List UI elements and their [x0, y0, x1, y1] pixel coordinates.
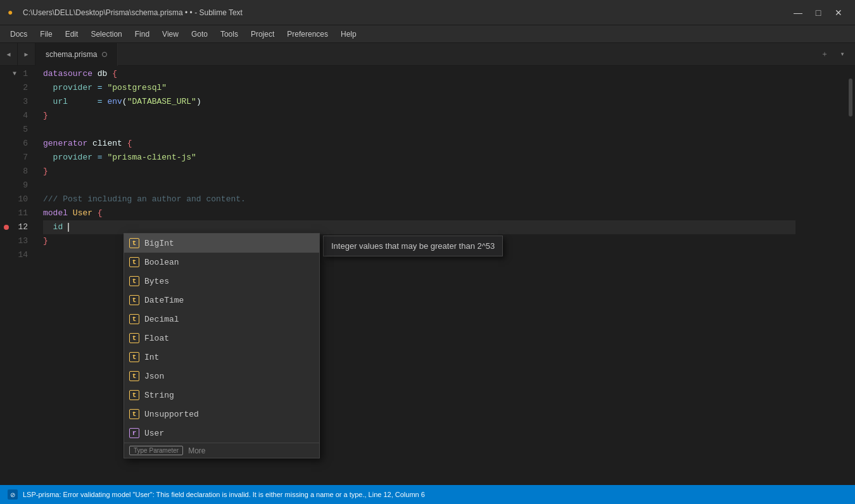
ac-label-datetime: DateTime: [144, 296, 184, 305]
line-num-8: 8: [0, 165, 38, 179]
ac-label-string: String: [144, 391, 174, 400]
ac-icon-unsupported: t: [129, 409, 139, 419]
ac-icon-bigint: t: [129, 238, 139, 248]
menu-help[interactable]: Help: [336, 28, 362, 40]
ac-icon-datetime: t: [129, 295, 139, 305]
line-num-13: 13: [0, 234, 38, 248]
autocomplete-footer: Type Parameter More: [124, 443, 319, 458]
line-num-11: 11: [0, 206, 38, 220]
menu-selection[interactable]: Selection: [86, 28, 127, 40]
ac-item-int[interactable]: t Int: [124, 348, 319, 367]
line-num-10: 10: [0, 192, 38, 206]
ac-icon-bytes: t: [129, 276, 139, 286]
line-num-6: 6: [0, 137, 38, 151]
line-num-4: 4: [0, 109, 38, 123]
window-controls: — □ ✕: [789, 4, 847, 22]
code-line-7: provider = "prisma-client-js": [43, 151, 795, 165]
code-line-4: }: [43, 109, 795, 123]
ac-item-decimal[interactable]: t Decimal: [124, 310, 319, 329]
line-num-3: 3: [0, 95, 38, 109]
ac-label-boolean: Boolean: [144, 258, 179, 267]
ac-icon-string: t: [129, 390, 139, 400]
ac-label-user: User: [144, 429, 164, 438]
status-text: LSP-prisma: Error validating model "User…: [23, 491, 425, 498]
error-indicator: [4, 225, 9, 230]
minimap: [795, 66, 846, 485]
code-line-6: generator client {: [43, 137, 795, 151]
maximize-button[interactable]: □: [809, 4, 827, 22]
line-num-5: 5: [0, 123, 38, 137]
menu-view[interactable]: View: [157, 28, 184, 40]
ac-item-string[interactable]: t String: [124, 386, 319, 405]
ac-label-unsupported: Unsupported: [144, 410, 199, 419]
line-num-1: ▼ 1: [0, 67, 38, 81]
scrollbar-thumb[interactable]: [849, 79, 852, 117]
tab-label: schema.prisma: [46, 50, 97, 59]
tooltip: Integer values that may be greater than …: [323, 236, 503, 256]
ac-item-bytes[interactable]: t Bytes: [124, 272, 319, 291]
code-line-1: datasource db {: [43, 67, 795, 81]
menu-project[interactable]: Project: [246, 28, 279, 40]
code-line-9: [43, 179, 795, 192]
menu-file[interactable]: File: [35, 28, 57, 40]
menu-bar: Docs File Edit Selection Find View Goto …: [0, 25, 855, 43]
ac-label-bigint: BigInt: [144, 239, 174, 248]
menu-goto[interactable]: Goto: [186, 28, 213, 40]
status-icon: ⊘: [8, 489, 18, 500]
ac-item-datetime[interactable]: t DateTime: [124, 291, 319, 310]
tab-modified-indicator: [102, 52, 107, 57]
new-tab-button[interactable]: ＋: [817, 47, 832, 62]
tab-bar-right: ＋ ▾: [817, 47, 855, 62]
ac-item-user[interactable]: r User: [124, 424, 319, 443]
ac-item-float[interactable]: t Float: [124, 329, 319, 348]
ac-label-decimal: Decimal: [144, 315, 179, 324]
status-bar: ⊘ LSP-prisma: Error validating model "Us…: [0, 485, 855, 504]
app-icon: ●: [8, 8, 18, 18]
text-cursor: [68, 223, 69, 232]
editor-area: ▼ 1 2 3 4 5 6 7 8 9 10 11 12 13 14 datas…: [0, 66, 855, 485]
menu-preferences[interactable]: Preferences: [282, 28, 333, 40]
close-button[interactable]: ✕: [830, 4, 847, 22]
code-line-11: model User {: [43, 206, 795, 220]
menu-tools[interactable]: Tools: [215, 28, 243, 40]
line-num-9: 9: [0, 179, 38, 192]
ac-more-link[interactable]: More: [188, 446, 205, 455]
ac-label-float: Float: [144, 334, 169, 343]
tab-prev-button[interactable]: ◀: [0, 43, 18, 66]
line-num-7: 7: [0, 151, 38, 165]
code-line-12: id: [43, 220, 795, 234]
line-numbers: ▼ 1 2 3 4 5 6 7 8 9 10 11 12 13 14: [0, 66, 38, 485]
tab-bar: ◀ ▶ schema.prisma ＋ ▾: [0, 43, 855, 66]
menu-find[interactable]: Find: [130, 28, 155, 40]
fold-arrow-1[interactable]: ▼: [13, 67, 16, 81]
line-num-14: 14: [0, 248, 38, 262]
code-line-10: /// Post including an author and content…: [43, 192, 795, 206]
menu-edit[interactable]: Edit: [60, 28, 84, 40]
window-title: C:\Users\DELL\Desktop\Prisma\schema.pris…: [23, 8, 243, 17]
line-num-12: 12: [0, 220, 38, 234]
ac-icon-decimal: t: [129, 314, 139, 324]
ac-icon-int: t: [129, 352, 139, 362]
ac-label-int: Int: [144, 353, 159, 362]
ac-type-badge: Type Parameter: [129, 446, 183, 455]
ac-item-unsupported[interactable]: t Unsupported: [124, 405, 319, 424]
tab-next-button[interactable]: ▶: [18, 43, 35, 66]
vertical-scrollbar[interactable]: [846, 66, 855, 485]
tab-schema-prisma[interactable]: schema.prisma: [35, 43, 118, 66]
ac-icon-float: t: [129, 333, 139, 343]
tooltip-text: Integer values that may be greater than …: [331, 241, 495, 251]
menu-docs[interactable]: Docs: [5, 28, 32, 40]
ac-icon-user: r: [129, 428, 139, 438]
tab-list-button[interactable]: ▾: [835, 47, 850, 62]
ac-item-boolean[interactable]: t Boolean: [124, 253, 319, 272]
code-line-8: }: [43, 165, 795, 179]
code-line-5: [43, 123, 795, 137]
title-bar-left: ● C:\Users\DELL\Desktop\Prisma\schema.pr…: [8, 8, 243, 18]
code-line-3: url = env("DATABASE_URL"): [43, 95, 795, 109]
code-line-2: provider = "postgresql": [43, 81, 795, 95]
title-bar: ● C:\Users\DELL\Desktop\Prisma\schema.pr…: [0, 0, 855, 25]
minimize-button[interactable]: —: [789, 4, 807, 22]
ac-item-json[interactable]: t Json: [124, 367, 319, 386]
ac-item-bigint[interactable]: t BigInt: [124, 234, 319, 253]
ac-icon-json: t: [129, 371, 139, 381]
